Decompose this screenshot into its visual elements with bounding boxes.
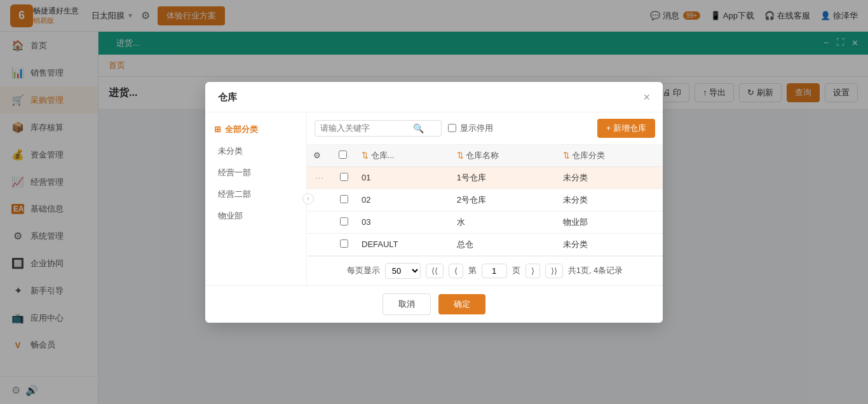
table-panel: 🔍 显示停用 + 新增仓库 ⚙ [307, 112, 663, 285]
col-category-header: ⇅ 仓库分类 [557, 145, 663, 167]
show-disabled-checkbox[interactable] [448, 124, 456, 132]
row-checkbox[interactable] [340, 217, 348, 226]
table-scroll: ⚙ ⇅ 仓库... ⇅ 仓库名称 [307, 145, 663, 256]
col-settings-header: ⚙ [307, 145, 332, 167]
sort-icon: ⇅ [362, 151, 369, 160]
last-page-btn[interactable]: ⟩⟩ [545, 264, 563, 278]
page-label: 第 [468, 265, 477, 276]
table-row[interactable]: ··· 01 1号仓库 未分类 [307, 166, 663, 189]
category-unclassified[interactable]: 未分类 [205, 140, 306, 162]
modal-overlay: 仓库 × ⊞ 全部分类 未分类 经营一部 经营二部 物业部 ‹ [0, 0, 868, 404]
col-checkbox-header [332, 145, 355, 167]
show-disabled-label[interactable]: 显示停用 [448, 123, 493, 134]
sort-icon-cat: ⇅ [563, 151, 570, 160]
row-name: 总仓 [451, 233, 557, 255]
pagination: 每页显示 50 20 100 ⟨⟨ ⟨ 第 页 ⟩ ⟩⟩ 共1页, 4条记录 [307, 256, 663, 285]
col-name-header: ⇅ 仓库名称 [451, 145, 557, 167]
category-property[interactable]: 物业部 [205, 205, 306, 227]
row-code: 03 [355, 211, 451, 233]
category-panel: ⊞ 全部分类 未分类 经营一部 经营二部 物业部 ‹ [205, 112, 307, 285]
table-header-row: ⚙ ⇅ 仓库... ⇅ 仓库名称 [307, 145, 663, 167]
modal-body: ⊞ 全部分类 未分类 经营一部 经营二部 物业部 ‹ 🔍 [205, 112, 663, 285]
modal-header: 仓库 × [205, 82, 663, 112]
category-ops1[interactable]: 经营一部 [205, 162, 306, 184]
row-category: 未分类 [557, 189, 663, 211]
warehouse-modal: 仓库 × ⊞ 全部分类 未分类 经营一部 经营二部 物业部 ‹ [205, 82, 663, 323]
table-toolbar: 🔍 显示停用 + 新增仓库 [307, 112, 663, 145]
row-category: 未分类 [557, 233, 663, 255]
page-input[interactable] [482, 264, 507, 278]
search-icon[interactable]: 🔍 [413, 123, 424, 133]
per-page-label: 每页显示 [347, 265, 380, 276]
grid-icon: ⊞ [214, 125, 221, 134]
page-suffix: 页 [512, 265, 520, 276]
modal-footer: 取消 确定 [205, 285, 663, 323]
search-input[interactable] [320, 123, 409, 133]
row-category: 物业部 [557, 211, 663, 233]
category-ops2[interactable]: 经营二部 [205, 184, 306, 205]
first-page-btn[interactable]: ⟨⟨ [426, 264, 444, 278]
row-name: 水 [451, 211, 557, 233]
row-actions [307, 233, 332, 255]
add-warehouse-btn[interactable]: + 新增仓库 [597, 119, 655, 138]
table-row[interactable]: 02 2号仓库 未分类 [307, 189, 663, 211]
row-name: 2号仓库 [451, 189, 557, 211]
row-checkbox-cell [332, 189, 355, 211]
table-body: ··· 01 1号仓库 未分类 02 2号仓库 未分类 03 水 物业部 DEF… [307, 166, 663, 255]
next-page-btn[interactable]: ⟩ [526, 264, 540, 278]
total-label: 共1页, 4条记录 [568, 265, 623, 276]
search-box: 🔍 [315, 120, 442, 137]
per-page-select[interactable]: 50 20 100 [385, 263, 421, 279]
row-checkbox[interactable] [340, 239, 348, 248]
modal-close-btn[interactable]: × [643, 91, 650, 104]
confirm-button[interactable]: 确定 [438, 294, 485, 314]
row-category: 未分类 [557, 166, 663, 189]
table-row[interactable]: 03 水 物业部 [307, 211, 663, 233]
row-actions: ··· [307, 166, 332, 189]
row-checkbox[interactable] [340, 195, 348, 203]
row-code: 02 [355, 189, 451, 211]
row-checkbox[interactable] [340, 173, 348, 181]
table-row[interactable]: DEFAULT 总仓 未分类 [307, 233, 663, 255]
row-code: DEFAULT [355, 233, 451, 255]
category-all[interactable]: ⊞ 全部分类 [205, 119, 306, 140]
col-code-header: ⇅ 仓库... [355, 145, 451, 167]
cancel-button[interactable]: 取消 [383, 293, 431, 315]
row-code: 01 [355, 166, 451, 189]
row-checkbox-cell [332, 211, 355, 233]
modal-title: 仓库 [218, 91, 237, 104]
row-checkbox-cell [332, 233, 355, 255]
row-actions [307, 211, 332, 233]
prev-page-btn[interactable]: ⟨ [449, 264, 463, 278]
select-all-checkbox[interactable] [339, 151, 347, 159]
warehouse-table: ⚙ ⇅ 仓库... ⇅ 仓库名称 [307, 145, 663, 256]
row-name: 1号仓库 [451, 166, 557, 189]
row-checkbox-cell [332, 166, 355, 189]
sort-icon-name: ⇅ [457, 151, 464, 160]
